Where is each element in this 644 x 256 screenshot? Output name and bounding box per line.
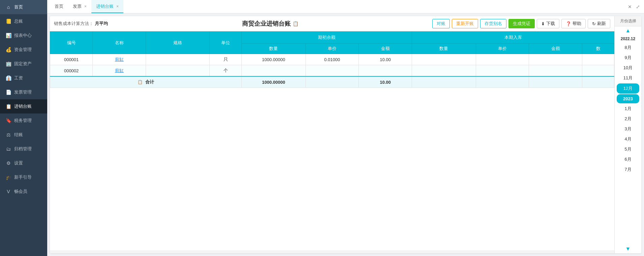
reopen-button[interactable]: 重新开账 bbox=[452, 19, 478, 28]
cell-spec bbox=[146, 65, 210, 77]
month-scroll-up[interactable]: ▲ bbox=[615, 26, 641, 35]
maximize-window-button[interactable]: ⤢ bbox=[636, 4, 641, 9]
sidebar-item-label: 资金管理 bbox=[14, 47, 32, 53]
tab-purchase-sales-label: 进销台账 bbox=[96, 3, 114, 9]
tab-purchase-sales[interactable]: 进销台账 × bbox=[91, 0, 123, 13]
help-icon: ❓ bbox=[566, 21, 571, 26]
sidebar-item-settlement[interactable]: ⚖ 结账 bbox=[0, 128, 47, 142]
sidebar-item-label: 税务管理 bbox=[14, 118, 32, 124]
table-container[interactable]: 编号 名称 规格 单位 期初余额 本期入库 数量 单价 金额 数量 bbox=[50, 31, 614, 251]
sidebar-item-label: 归档管理 bbox=[14, 146, 32, 152]
close-window-button[interactable]: ✕ bbox=[628, 4, 633, 9]
page-content: 销售成本计算方法： 月平均 商贸企业进销台账 📋 对账 重新开账 存货别名 生成… bbox=[50, 16, 641, 253]
download-button[interactable]: ⬇ 下载 bbox=[537, 19, 559, 28]
col-init-amount: 金额 bbox=[359, 44, 412, 54]
sidebar-item-label: 报表中心 bbox=[14, 32, 32, 39]
sidebar-item-invoice-management[interactable]: 📄 发票管理 bbox=[0, 85, 47, 99]
cell-name[interactable]: 前缸 bbox=[93, 65, 146, 77]
sidebar-item-archive[interactable]: 🗂 归档管理 bbox=[0, 142, 47, 156]
month-item-9[interactable]: 9月 bbox=[615, 53, 641, 63]
sidebar-item-home[interactable]: ⌂ 首页 bbox=[0, 0, 47, 14]
invoice-icon: 📄 bbox=[5, 89, 11, 95]
toolbar-actions: 对账 重新开账 存货别名 生成凭证 ⬇ 下载 ❓ 帮助 ↻ 刷新 bbox=[432, 19, 610, 28]
month-item-2023-1[interactable]: 1月 bbox=[615, 104, 641, 114]
col-name: 名称 bbox=[93, 32, 146, 54]
table-header-top: 编号 名称 规格 单位 期初余额 本期入库 bbox=[50, 32, 614, 44]
ledger-icon: 📒 bbox=[5, 19, 11, 24]
tab-bar: 首页 发票 × 进销台账 × ✕ ⤢ bbox=[47, 0, 644, 14]
total-in-amount bbox=[529, 76, 582, 88]
ledger-title: 商贸企业进销台账 bbox=[242, 20, 291, 28]
sidebar-item-general-ledger[interactable]: 📒 总账 bbox=[0, 14, 47, 28]
month-item-2023-7[interactable]: 7月 bbox=[615, 164, 641, 175]
col-current-inbound: 本期入库 bbox=[412, 32, 614, 44]
window-controls: ✕ ⤢ bbox=[628, 4, 641, 9]
sidebar-item-report-center[interactable]: 📊 报表中心 bbox=[0, 28, 47, 43]
vip-icon: V bbox=[5, 189, 11, 194]
month-item-2023-6[interactable]: 6月 bbox=[615, 154, 641, 164]
ledger-title-icon[interactable]: 📋 bbox=[293, 21, 298, 26]
month-item-2023-5[interactable]: 5月 bbox=[615, 144, 641, 154]
sidebar-item-tax-management[interactable]: 🔖 税务管理 bbox=[0, 113, 47, 128]
sidebar-item-fund-management[interactable]: 💰 资金管理 bbox=[0, 43, 47, 57]
sidebar-item-settings[interactable]: ⚙ 设置 bbox=[0, 156, 47, 170]
month-item-2023-4[interactable]: 4月 bbox=[615, 134, 641, 144]
sidebar-item-fixed-assets[interactable]: 🏢 固定资产 bbox=[0, 57, 47, 71]
ledger-area: 销售成本计算方法： 月平均 商贸企业进销台账 📋 对账 重新开账 存货别名 生成… bbox=[50, 16, 614, 253]
cell-name[interactable]: 前缸 bbox=[93, 54, 146, 65]
save-alias-button[interactable]: 存货别名 bbox=[480, 19, 506, 28]
total-init-qty: 1000.00000 bbox=[242, 76, 305, 88]
cell-unit: 个 bbox=[210, 65, 242, 77]
settings-icon: ⚙ bbox=[5, 160, 11, 166]
total-row: 📋 合计 1000.00000 10.00 bbox=[50, 76, 614, 88]
cell-id: 000001 bbox=[50, 54, 93, 65]
month-item-2023-3[interactable]: 3月 bbox=[615, 124, 641, 134]
sidebar-item-vip[interactable]: V 畅会员 bbox=[0, 184, 47, 199]
month-panel-header: 月份选择 bbox=[615, 16, 641, 26]
refresh-label: 刷新 bbox=[597, 21, 606, 27]
month-scroll-down[interactable]: ▼ bbox=[615, 245, 641, 253]
cell-in-extra bbox=[582, 65, 614, 77]
sidebar-item-guide[interactable]: 🎓 新手引导 bbox=[0, 170, 47, 184]
assets-icon: 🏢 bbox=[5, 61, 11, 67]
tab-invoice[interactable]: 发票 × bbox=[68, 0, 91, 13]
sidebar-item-payroll[interactable]: 👔 工资 bbox=[0, 71, 47, 85]
month-item-12[interactable]: 12月 bbox=[617, 83, 639, 94]
generate-voucher-button[interactable]: 生成凭证 bbox=[508, 19, 535, 28]
sidebar-item-purchase-sales[interactable]: 📋 进销台账 bbox=[0, 99, 47, 113]
total-label: 📋 合计 bbox=[50, 76, 242, 88]
table-row[interactable]: 000001 前缸 只 1000.00000 0.01000 10.00 bbox=[50, 54, 614, 65]
archive-icon: 🗂 bbox=[5, 146, 11, 152]
month-item-8[interactable]: 8月 bbox=[615, 43, 641, 53]
tab-home[interactable]: 首页 bbox=[50, 0, 68, 13]
col-in-extra: 数 bbox=[582, 44, 614, 54]
close-invoice-tab[interactable]: × bbox=[84, 4, 87, 9]
sidebar: ⌂ 首页 📒 总账 📊 报表中心 💰 资金管理 🏢 固定资产 👔 工资 📄 发票… bbox=[0, 0, 47, 256]
payroll-icon: 👔 bbox=[5, 75, 11, 81]
year-2023-badge[interactable]: 2023 bbox=[617, 94, 639, 103]
report-icon: 📊 bbox=[5, 33, 11, 38]
col-unit: 单位 bbox=[210, 32, 242, 54]
bottom-scrollbar[interactable] bbox=[50, 251, 614, 253]
cell-in-amount bbox=[529, 54, 582, 65]
col-id: 编号 bbox=[50, 32, 93, 54]
ledger-title-center: 商贸企业进销台账 📋 bbox=[108, 20, 432, 28]
month-item-2023-2[interactable]: 2月 bbox=[615, 114, 641, 124]
reconcile-button[interactable]: 对账 bbox=[432, 19, 450, 28]
cost-method-label: 销售成本计算方法： bbox=[54, 21, 93, 27]
month-item-10[interactable]: 10月 bbox=[615, 63, 641, 73]
table-row[interactable]: 000002 前缸 个 bbox=[50, 65, 614, 77]
download-icon: ⬇ bbox=[541, 21, 545, 26]
fund-icon: 💰 bbox=[5, 47, 11, 52]
cell-init-amount: 10.00 bbox=[359, 54, 412, 65]
refresh-button[interactable]: ↻ 刷新 bbox=[588, 19, 610, 28]
cost-method-section: 销售成本计算方法： 月平均 bbox=[54, 21, 108, 27]
year-2022-label: 2022.12 bbox=[615, 35, 641, 43]
total-in-qty bbox=[412, 76, 476, 88]
help-button[interactable]: ❓ 帮助 bbox=[561, 19, 586, 28]
col-in-price: 单价 bbox=[476, 44, 529, 54]
close-purchase-sales-tab[interactable]: × bbox=[116, 4, 119, 9]
cell-init-amount bbox=[359, 65, 412, 77]
month-item-11[interactable]: 11月 bbox=[615, 73, 641, 83]
cell-in-amount bbox=[529, 65, 582, 77]
